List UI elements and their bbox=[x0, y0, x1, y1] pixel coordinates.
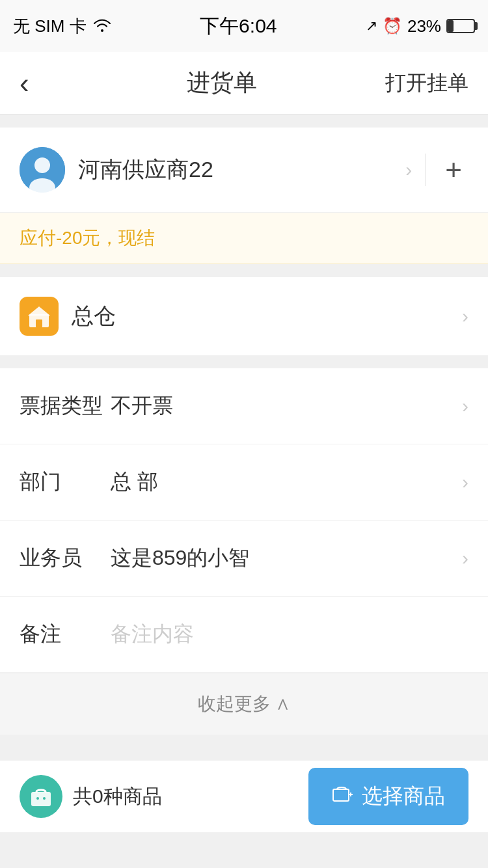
alarm-icon: ⏰ bbox=[383, 17, 402, 35]
section-gap-1 bbox=[0, 115, 488, 128]
salesperson-value: 这是859的小智 bbox=[111, 544, 455, 573]
invoice-type-row[interactable]: 票据类型 不开票 › bbox=[0, 368, 488, 444]
remark-row[interactable]: 备注 备注内容 bbox=[0, 596, 488, 672]
invoice-type-chevron-icon: › bbox=[462, 395, 468, 417]
supplier-section: 河南供应商22 › + 应付-20元，现结 bbox=[0, 128, 488, 264]
nav-bar: ‹ 进货单 打开挂单 bbox=[0, 52, 488, 115]
collapse-button[interactable]: 收起更多 ∧ bbox=[0, 673, 488, 735]
supplier-avatar bbox=[20, 147, 65, 193]
department-row[interactable]: 部门 总 部 › bbox=[0, 444, 488, 520]
bottom-bar: 共0种商品 选择商品 bbox=[0, 761, 488, 832]
back-button[interactable]: ‹ bbox=[20, 67, 59, 100]
battery-icon bbox=[446, 19, 475, 33]
divider bbox=[425, 154, 426, 186]
warehouse-row[interactable]: 总仓 › bbox=[0, 277, 488, 355]
department-label: 部门 bbox=[20, 468, 111, 496]
svg-point-7 bbox=[36, 797, 39, 800]
remark-placeholder[interactable]: 备注内容 bbox=[111, 620, 468, 649]
supplier-chevron-icon: › bbox=[405, 159, 412, 181]
department-chevron-icon: › bbox=[462, 471, 468, 493]
status-right: ↗ ⏰ 23% bbox=[366, 16, 475, 36]
salesperson-row[interactable]: 业务员 这是859的小智 › bbox=[0, 520, 488, 596]
location-icon: ↗ bbox=[366, 18, 377, 34]
warehouse-icon bbox=[20, 297, 59, 336]
add-supplier-button[interactable]: + bbox=[439, 154, 468, 186]
page-title: 进货单 bbox=[187, 67, 257, 99]
warehouse-chevron-icon: › bbox=[462, 305, 468, 327]
select-product-icon bbox=[332, 785, 353, 809]
supplier-name: 河南供应商22 bbox=[78, 155, 399, 185]
product-count-area: 共0种商品 bbox=[20, 775, 162, 818]
notice-bar: 应付-20元，现结 bbox=[0, 213, 488, 264]
salesperson-label: 业务员 bbox=[20, 544, 111, 573]
department-value: 总 部 bbox=[111, 468, 455, 496]
status-bar: 无 SIM 卡 下午6:04 ↗ ⏰ 23% bbox=[0, 0, 488, 52]
svg-marker-4 bbox=[28, 306, 50, 316]
warehouse-name: 总仓 bbox=[72, 301, 455, 331]
section-gap-2 bbox=[0, 264, 488, 277]
battery-percent: 23% bbox=[407, 16, 441, 36]
open-pending-button[interactable]: 打开挂单 bbox=[385, 69, 468, 98]
carrier-label: 无 SIM 卡 bbox=[13, 15, 87, 38]
product-count-text: 共0种商品 bbox=[73, 783, 162, 810]
invoice-type-value: 不开票 bbox=[111, 392, 455, 420]
collapse-label: 收起更多 ∧ bbox=[198, 694, 291, 714]
svg-rect-6 bbox=[31, 792, 51, 806]
notice-text: 应付-20元，现结 bbox=[20, 228, 155, 248]
status-left: 无 SIM 卡 bbox=[13, 15, 111, 38]
wifi-icon bbox=[93, 16, 111, 36]
product-icon bbox=[20, 775, 62, 818]
status-time: 下午6:04 bbox=[200, 13, 277, 40]
svg-rect-9 bbox=[333, 789, 349, 801]
section-gap-4 bbox=[0, 735, 488, 748]
remark-label: 备注 bbox=[20, 620, 111, 649]
warehouse-section: 总仓 › bbox=[0, 277, 488, 355]
supplier-row[interactable]: 河南供应商22 › + bbox=[0, 128, 488, 213]
section-gap-3 bbox=[0, 355, 488, 368]
svg-point-8 bbox=[43, 797, 46, 800]
svg-rect-5 bbox=[36, 319, 42, 327]
select-product-button[interactable]: 选择商品 bbox=[308, 768, 468, 825]
select-product-label: 选择商品 bbox=[362, 782, 445, 811]
salesperson-chevron-icon: › bbox=[462, 547, 468, 569]
page: 无 SIM 卡 下午6:04 ↗ ⏰ 23% ‹ 进货单 打开挂单 bbox=[0, 0, 488, 868]
svg-point-1 bbox=[34, 157, 50, 173]
invoice-type-label: 票据类型 bbox=[20, 392, 111, 420]
form-section: 票据类型 不开票 › 部门 总 部 › 业务员 这是859的小智 › 备注 备注… bbox=[0, 368, 488, 672]
